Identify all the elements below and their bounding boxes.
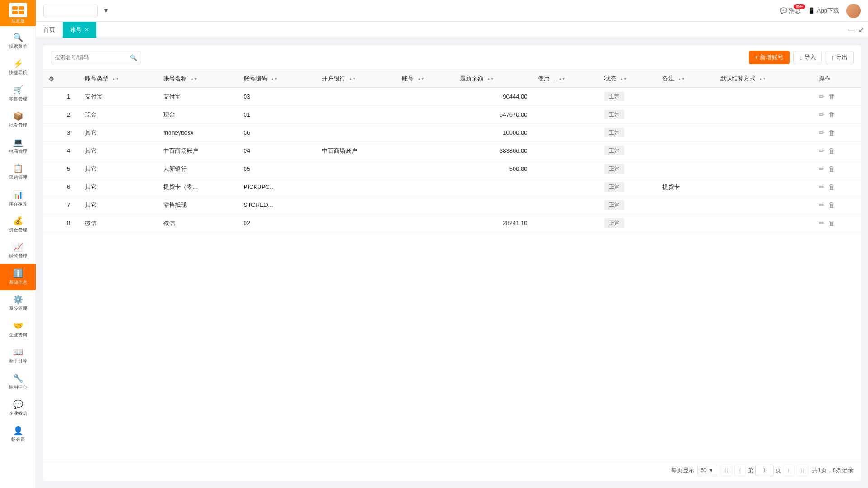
header-right: 💬 消息 99+ 📱 App下载: [780, 4, 861, 18]
sidebar-label-enterprise-wechat: 企业微信: [9, 410, 27, 417]
search-icon[interactable]: 🔍: [130, 54, 137, 61]
tab-maximize-button[interactable]: ⤢: [859, 25, 864, 34]
app-download-button[interactable]: 📱 App下载: [808, 7, 839, 15]
sidebar-icon-app-center: 🔧: [13, 373, 23, 383]
edit-icon[interactable]: ✏: [819, 93, 825, 101]
cell-num: 8: [61, 214, 80, 232]
cell-remark: [657, 196, 715, 214]
cell-account-no: [396, 142, 454, 160]
sidebar-item-enterprise-agreement[interactable]: 🤝企业协同: [0, 316, 36, 343]
header-left: ▼: [43, 5, 109, 17]
sidebar-item-system-mgmt[interactable]: ⚙️系统管理: [0, 290, 36, 316]
sidebar-label-basic-info: 基础信息: [9, 279, 27, 286]
tab-account[interactable]: 账号 ✕: [63, 22, 97, 38]
edit-icon[interactable]: ✏: [819, 219, 825, 227]
delete-icon[interactable]: 🗑: [828, 165, 835, 173]
sidebar-item-inventory[interactable]: 📊库存核算: [0, 185, 36, 211]
svg-rect-0: [12, 6, 18, 10]
edit-icon[interactable]: ✏: [819, 165, 825, 173]
sidebar-item-new-guide[interactable]: 📖新手引导: [0, 343, 36, 369]
settings-icon[interactable]: ⚙: [49, 75, 54, 82]
last-page-button[interactable]: ⟩⟩: [797, 465, 808, 476]
sidebar-item-wholesale-mgmt[interactable]: 📦批发管理: [0, 107, 36, 133]
delete-icon[interactable]: 🗑: [828, 219, 835, 227]
cell-usage: [533, 160, 599, 178]
sidebar-item-operations-mgmt[interactable]: 📈经营管理: [0, 238, 36, 264]
first-page-button[interactable]: ⟨⟨: [721, 465, 732, 476]
tab-account-label: 账号: [70, 26, 82, 34]
page-size-select[interactable]: 50 ▼: [697, 465, 717, 476]
col-remark[interactable]: 备注 ▲▼: [657, 70, 715, 88]
sidebar-icon-member: 👤: [13, 426, 23, 436]
delete-icon[interactable]: 🗑: [828, 93, 835, 100]
cell-num: 7: [61, 196, 80, 214]
add-account-button[interactable]: + 新增账号: [749, 51, 790, 64]
sidebar-item-purchase-mgmt[interactable]: 📋采购管理: [0, 159, 36, 185]
content-card: 🔍 + 新增账号 ↓ 导入 ↑ 导出: [43, 45, 861, 481]
edit-icon[interactable]: ✏: [819, 183, 825, 191]
col-status[interactable]: 状态 ▲▼: [599, 70, 657, 88]
sidebar-item-app-center[interactable]: 🔧应用中心: [0, 369, 36, 395]
sidebar-item-search-menu[interactable]: 🔍搜索菜单: [0, 28, 36, 54]
top-search-input[interactable]: [43, 5, 98, 17]
col-bank[interactable]: 开户银行 ▲▼: [316, 70, 397, 88]
user-avatar[interactable]: [846, 4, 861, 18]
cell-account-no: [396, 88, 454, 106]
next-page-button[interactable]: ⟩: [783, 465, 795, 476]
cell-settings: [43, 214, 61, 232]
col-account-no[interactable]: 账号 ▲▼: [396, 70, 454, 88]
sidebar-item-quick-nav[interactable]: ⚡快捷导航: [0, 54, 36, 80]
messages-badge: 99+: [794, 4, 805, 9]
export-button[interactable]: ↑ 导出: [826, 51, 854, 64]
prev-page-button[interactable]: ⟨: [734, 465, 746, 476]
table-wrap: ⚙ 账号类型 ▲▼ 账号名称 ▲▼ 账号编码 ▲▼ 开户银行 ▲▼ 账号 ▲▼ …: [43, 70, 861, 460]
col-settings[interactable]: ⚙: [43, 70, 61, 88]
messages-button[interactable]: 💬 消息 99+: [780, 7, 801, 15]
edit-icon[interactable]: ✏: [819, 147, 825, 155]
phone-icon: 📱: [808, 7, 815, 14]
cell-account-code: 06: [238, 124, 316, 142]
sidebar-label-inventory: 库存核算: [9, 201, 27, 207]
tab-home-label: 首页: [43, 26, 55, 34]
edit-icon[interactable]: ✏: [819, 201, 825, 209]
cell-remark: [657, 142, 715, 160]
sidebar-item-member[interactable]: 👤畅会员: [0, 421, 36, 447]
delete-icon[interactable]: 🗑: [828, 147, 835, 155]
col-default-settlement[interactable]: 默认结算方式 ▲▼: [715, 70, 813, 88]
col-account-name[interactable]: 账号名称 ▲▼: [158, 70, 238, 88]
sidebar-item-basic-info[interactable]: ℹ️基础信息: [0, 264, 36, 290]
col-account-type[interactable]: 账号类型 ▲▼: [80, 70, 158, 88]
tab-account-close[interactable]: ✕: [85, 27, 89, 33]
sidebar-item-finance-mgmt[interactable]: 💰资金管理: [0, 211, 36, 238]
edit-icon[interactable]: ✏: [819, 129, 825, 137]
delete-icon[interactable]: 🗑: [828, 201, 835, 209]
tab-minimize-button[interactable]: —: [848, 26, 855, 34]
col-balance[interactable]: 最新余额 ▲▼: [454, 70, 533, 88]
cell-usage: [533, 196, 599, 214]
sidebar-label-app-center: 应用中心: [9, 384, 27, 390]
sidebar-icon-system-mgmt: ⚙️: [13, 295, 23, 305]
cell-account-name: 提货卡（零...: [158, 178, 238, 196]
edit-icon[interactable]: ✏: [819, 111, 825, 119]
toolbar-right: + 新增账号 ↓ 导入 ↑ 导出: [749, 51, 854, 64]
sidebar-icon-wholesale-mgmt: 📦: [13, 111, 23, 121]
cell-account-name: 微信: [158, 214, 238, 232]
sidebar-item-ecommerce-mgmt[interactable]: 💻电商管理: [0, 133, 36, 159]
sidebar-label-retail-mgmt: 零售管理: [9, 96, 27, 102]
sidebar-icon-operations-mgmt: 📈: [13, 242, 23, 252]
search-input[interactable]: [55, 54, 127, 61]
tab-home[interactable]: 首页: [36, 22, 63, 38]
sidebar-item-enterprise-wechat[interactable]: 💬企业微信: [0, 395, 36, 421]
import-button[interactable]: ↓ 导入: [793, 51, 822, 64]
cell-operation: ✏ 🗑: [813, 214, 861, 232]
page-number-input[interactable]: [755, 465, 774, 476]
delete-icon[interactable]: 🗑: [828, 111, 835, 118]
sidebar-item-retail-mgmt[interactable]: 🛒零售管理: [0, 80, 36, 107]
col-usage[interactable]: 使用... ▲▼: [533, 70, 599, 88]
col-account-code[interactable]: 账号编码 ▲▼: [238, 70, 316, 88]
delete-icon[interactable]: 🗑: [828, 183, 835, 191]
delete-icon[interactable]: 🗑: [828, 129, 835, 136]
sidebar-label-ecommerce-mgmt: 电商管理: [9, 148, 27, 155]
dropdown-button[interactable]: ▼: [103, 7, 109, 14]
cell-account-no: [396, 214, 454, 232]
